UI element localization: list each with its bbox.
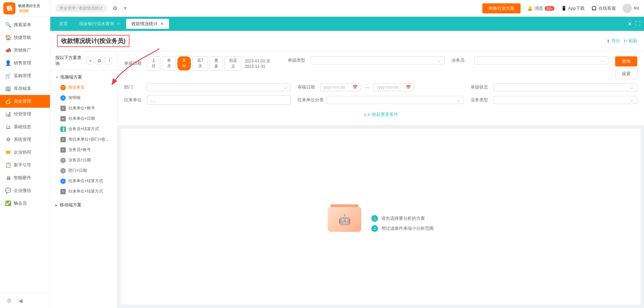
- tab-close-collection[interactable]: ✕: [160, 21, 164, 26]
- cart-icon: 🛒: [5, 73, 11, 79]
- date-range-display: 2023-01-01 至 2023-12-31: [245, 58, 281, 69]
- phone-icon: 📱: [561, 6, 567, 11]
- biz-type-label: 业务类型: [471, 97, 491, 103]
- sidebar-item-corp[interactable]: 🤝 企业协同: [0, 146, 50, 159]
- sidebar-item-system[interactable]: ⚙ 系统管理: [0, 133, 50, 146]
- messages-button[interactable]: 🔔 消息 99+: [527, 5, 554, 11]
- tab-collection-stats[interactable]: 收款情况统计 ✕: [126, 19, 169, 29]
- date-btn-this-year[interactable]: 本年: [177, 56, 191, 70]
- date-btn-this-month[interactable]: 本月: [162, 56, 175, 70]
- sidebar: 畅 畅捷通好生意 标准版 🔍 搜索菜单 🏠 快捷导航 📣 营销推广 👤 销售管理…: [0, 0, 50, 308]
- content-area: 收款情况统计(按业务员) ⬆ 导出 ↻ 刷新 按以下方案查询 + ⚙: [50, 31, 644, 308]
- schema-item-partner-account[interactable]: ≡ 往来单位+账号: [50, 103, 117, 113]
- schema-item-salesperson-settlement[interactable]: ▐ 业务员+结算方式: [50, 124, 117, 134]
- doc-type-select[interactable]: ⌄: [311, 56, 445, 64]
- hardware-icon: 🖥: [5, 175, 11, 181]
- sidebar-item-guide[interactable]: 📋 新手引导: [0, 159, 50, 171]
- date-btn-last-month[interactable]: 上月: [147, 56, 160, 70]
- schema-item-partner-dept[interactable]: ≡ 按往来单位+部门+收...: [50, 134, 117, 145]
- logo-icon: 畅: [3, 2, 15, 14]
- schema-group-mobile-title[interactable]: ▶ 移动端方案: [50, 200, 117, 210]
- salesperson-select[interactable]: …: [474, 56, 608, 64]
- calendar-to-icon: 📅: [406, 85, 411, 90]
- audit-date-to[interactable]: yyyy-mm-dd 📅: [374, 83, 414, 91]
- date-dash: —: [363, 85, 371, 90]
- sidebar-item-quick-nav[interactable]: 🏠 快捷导航: [0, 31, 50, 44]
- warehouse-icon: 🏢: [5, 86, 11, 92]
- tab-maximize-window[interactable]: ⛶: [635, 21, 641, 27]
- bell-icon: 🔔: [527, 6, 533, 11]
- tab-close-bank[interactable]: ✕: [117, 21, 120, 26]
- app-download-button[interactable]: 📱 App下载: [561, 5, 585, 11]
- dept-select[interactable]: ⌄: [147, 83, 291, 91]
- collapse-panel-button[interactable]: 《: [105, 57, 112, 64]
- sidebar-logo: 畅 畅捷通好生意 标准版: [0, 0, 50, 17]
- tab-home[interactable]: 首页: [54, 19, 73, 29]
- schema-item-partner-settlement1[interactable]: 人 往来单位+结算方式: [50, 176, 117, 186]
- add-scheme-button[interactable]: +: [87, 57, 94, 64]
- online-service-button[interactable]: 🎧 在线客服: [591, 5, 616, 11]
- topbar-right: 体验行业方案 🔔 消息 99+ 📱 App下载 🎧 在线客服 Rit: [482, 3, 639, 13]
- scheme-settings-button[interactable]: ⚙: [96, 57, 103, 64]
- query-button[interactable]: 查询: [615, 56, 637, 66]
- schema-icon-table4: ≡: [60, 147, 66, 153]
- audit-date-from[interactable]: yyyy-mm-dd 📅: [320, 83, 361, 91]
- schema-item-salesperson-account[interactable]: ≡ 业务员+账号: [50, 145, 117, 155]
- refresh-button[interactable]: ↻ 刷新: [624, 38, 637, 44]
- sidebar-item-marketing[interactable]: 📣 营销推广: [0, 44, 50, 57]
- chevron-down-icon: ▼: [55, 75, 59, 79]
- export-icon: ⬆: [606, 39, 610, 44]
- topbar-dropdown-icon[interactable]: ▼: [123, 6, 127, 11]
- sidebar-settings-icon[interactable]: ⚙: [5, 297, 13, 305]
- message-badge: 99+: [545, 6, 554, 11]
- schema-item-by-salesperson[interactable]: ⊙ 按业务员: [50, 82, 117, 93]
- sidebar-item-search[interactable]: 🔍 搜索菜单: [0, 18, 50, 31]
- sidebar-item-member[interactable]: ✅ 畅会员: [0, 197, 50, 210]
- audit-date-label: 审核日期: [298, 84, 318, 90]
- schema-item-partner-date[interactable]: ≡ 往来单位+日期: [50, 113, 117, 124]
- sidebar-item-finance[interactable]: 💰 资金管理: [0, 95, 50, 108]
- schema-item-dept-date[interactable]: ⏱ 部门+日期: [50, 165, 117, 176]
- partner-dots-icon[interactable]: …: [151, 97, 156, 103]
- user-avatar[interactable]: Rit: [623, 4, 639, 13]
- settings-icon: ⚙: [5, 137, 11, 143]
- sidebar-item-hardware[interactable]: 🖥 智能硬件: [0, 171, 50, 184]
- schema-icon-clock1: ⏱: [60, 158, 66, 163]
- date-btn-custom[interactable]: 自定义: [225, 56, 241, 70]
- tabs-bar: 首页 现金银行流水查询 ✕ 收款情况统计 ✕ ✕ ⛶: [50, 17, 644, 31]
- sidebar-item-wechat[interactable]: 💬 企业微信: [0, 184, 50, 197]
- schema-item-by-detail[interactable]: 人 按明细: [50, 93, 117, 103]
- doc-status-label: 单据状态: [471, 84, 491, 90]
- doc-status-select[interactable]: ⌄: [493, 83, 637, 91]
- settings-button[interactable]: 设置: [615, 68, 637, 79]
- date-btn-more[interactable]: 更多: [210, 56, 223, 70]
- date-btn-7days[interactable]: 近7天: [193, 56, 208, 70]
- collapse-more-conditions[interactable]: ∧∧ 收起更多条件: [124, 109, 637, 120]
- topbar-gear-icon[interactable]: ⚙: [110, 4, 120, 13]
- biz-type-select[interactable]: ⌄: [493, 96, 637, 104]
- schema-icon-table1: ≡: [60, 106, 66, 111]
- member-icon: ✅: [5, 200, 11, 206]
- schema-item-partner-settlement2[interactable]: ≡ 往来单位+结算方式: [50, 186, 117, 197]
- sidebar-collapse-icon[interactable]: ◀: [16, 297, 24, 305]
- partner-select[interactable]: …: [147, 95, 291, 105]
- partner-category-select[interactable]: ⌄: [326, 96, 464, 104]
- sidebar-item-ops[interactable]: 📊 经营管理: [0, 108, 50, 120]
- sidebar-item-purchase[interactable]: 🛒 采购管理: [0, 69, 50, 82]
- page-actions: ⬆ 导出 ↻ 刷新: [606, 38, 637, 44]
- schema-icon-table2: ≡: [60, 116, 66, 121]
- sidebar-item-sales[interactable]: 👤 销售管理: [0, 57, 50, 69]
- tab-close-window[interactable]: ✕: [628, 21, 632, 27]
- sidebar-item-base[interactable]: 🗂 基础信息: [0, 120, 50, 133]
- date-filter-group: 上月 本月 本年 近7天 更多 自定义 2023-01-01 至 2023-12…: [147, 56, 281, 70]
- trial-button[interactable]: 体验行业方案: [482, 3, 521, 13]
- doc-type-label: 单据类型: [288, 57, 308, 63]
- search-icon: 🔍: [5, 22, 11, 28]
- schema-group-desktop-title[interactable]: ▼ 电脑端方案: [50, 72, 117, 82]
- chart-icon: 📊: [5, 111, 11, 117]
- sidebar-item-inventory[interactable]: 🏢 库存核算: [0, 82, 50, 95]
- schema-icon-table3: ≡: [60, 137, 66, 142]
- tab-bank-flow[interactable]: 现金银行流水查询 ✕: [74, 19, 125, 29]
- schema-item-salesperson-date[interactable]: ⏱ 业务员+日期: [50, 155, 117, 165]
- export-button[interactable]: ⬆ 导出: [606, 38, 620, 44]
